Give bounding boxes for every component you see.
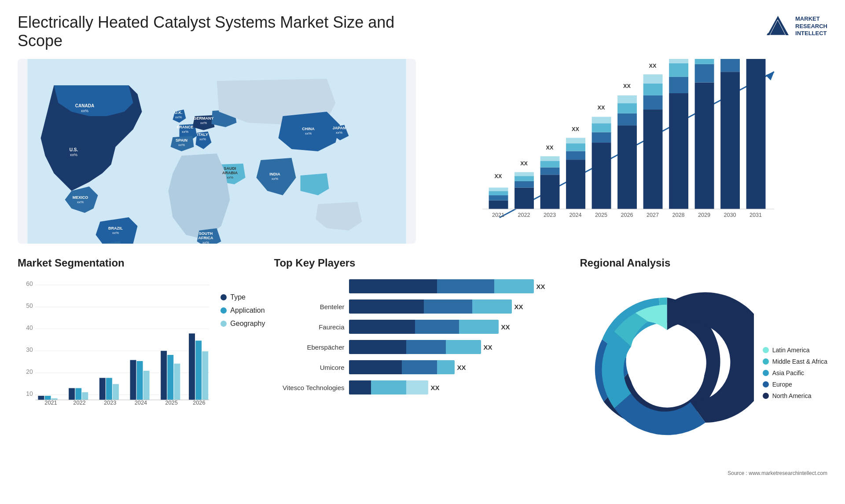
svg-rect-51	[540, 156, 560, 161]
svg-text:2024: 2024	[135, 399, 147, 406]
legend-latin-america: Latin America	[763, 347, 827, 354]
svg-text:GERMANY: GERMANY	[193, 116, 213, 121]
player-row-umicore: Umicore XX	[274, 359, 571, 376]
svg-text:2026: 2026	[621, 212, 633, 218]
svg-rect-66	[617, 95, 637, 103]
svg-rect-123	[82, 392, 88, 400]
legend-geography: Geography	[220, 320, 265, 328]
svg-rect-48	[540, 175, 560, 209]
player-value-eberspaher: XX	[484, 343, 492, 351]
player-row-benteler: Benteler XX	[274, 298, 571, 315]
svg-rect-130	[137, 361, 143, 400]
svg-rect-39	[489, 195, 508, 201]
svg-text:MEXICO: MEXICO	[73, 195, 88, 200]
svg-rect-75	[669, 63, 688, 77]
svg-text:xx%: xx%	[202, 241, 209, 244]
svg-text:XX: XX	[520, 161, 528, 167]
legend-dot-application	[220, 307, 227, 314]
svg-text:JAPAN: JAPAN	[333, 126, 346, 130]
svg-rect-55	[566, 143, 585, 151]
donut-chart	[580, 276, 754, 466]
svg-rect-41	[489, 188, 508, 191]
svg-rect-49	[540, 168, 560, 175]
svg-rect-134	[167, 355, 173, 400]
legend-europe: Europe	[763, 381, 827, 388]
svg-rect-76	[669, 59, 688, 63]
logo-icon	[764, 13, 791, 40]
svg-rect-88	[746, 59, 766, 209]
svg-rect-79	[695, 64, 714, 83]
logo-text: MARKET RESEARCH INTELLECT	[795, 15, 827, 38]
world-map-svg: CANADA xx% U.S. xx% MEXICO xx% BRAZIL xx…	[18, 59, 416, 244]
regional-wrapper: Latin America Middle East & Africa Asia …	[580, 276, 828, 466]
svg-rect-63	[617, 125, 637, 209]
svg-text:XX: XX	[572, 126, 579, 132]
legend-label-type: Type	[230, 293, 246, 301]
svg-rect-71	[643, 74, 663, 83]
seg-chart-svg: 60 50 40 30 20 10	[18, 276, 212, 420]
dot-north-america	[763, 393, 769, 399]
legend-label-application: Application	[230, 307, 265, 314]
svg-text:2029: 2029	[698, 212, 710, 218]
svg-text:2021: 2021	[492, 212, 504, 218]
svg-text:U.K.: U.K.	[175, 110, 183, 115]
svg-rect-84	[720, 59, 740, 72]
svg-text:2023: 2023	[104, 399, 116, 406]
svg-text:xx%: xx%	[70, 153, 77, 157]
market-segmentation: Market Segmentation 60 50 40 30 20 10	[18, 257, 265, 424]
player-bar-umicore: XX	[349, 360, 571, 374]
legend-middle-east: Middle East & Africa	[763, 358, 827, 365]
svg-rect-125	[99, 378, 106, 400]
svg-rect-78	[695, 83, 714, 209]
svg-rect-68	[643, 110, 663, 209]
svg-rect-61	[592, 117, 611, 124]
svg-text:ITALY: ITALY	[197, 132, 208, 137]
svg-text:xx%: xx%	[178, 143, 185, 147]
svg-rect-74	[669, 77, 688, 93]
svg-text:BRAZIL: BRAZIL	[108, 226, 123, 230]
svg-text:INDIA: INDIA	[269, 172, 280, 176]
label-europe: Europe	[772, 381, 792, 388]
svg-text:xx%: xx%	[272, 177, 278, 181]
player-name-benteler: Benteler	[274, 303, 345, 310]
label-asia-pacific: Asia Pacific	[772, 369, 804, 376]
player-row-eberspaher: Eberspächer XX	[274, 339, 571, 355]
svg-marker-0	[767, 15, 789, 35]
svg-rect-46	[514, 172, 534, 176]
player-value-umicore: XX	[457, 364, 466, 371]
svg-rect-83	[720, 72, 740, 209]
svg-rect-50	[540, 161, 560, 168]
player-bar-eberspaher: XX	[349, 340, 571, 354]
svg-text:2022: 2022	[518, 212, 530, 218]
svg-rect-53	[566, 160, 585, 209]
svg-rect-56	[566, 138, 585, 143]
svg-rect-139	[202, 351, 208, 400]
bar-chart-svg: XX XX XX XX	[429, 59, 827, 230]
svg-text:10: 10	[26, 390, 33, 397]
legend-north-america: North America	[763, 392, 827, 399]
svg-text:xx%: xx%	[81, 109, 88, 113]
svg-marker-37	[766, 72, 775, 80]
svg-rect-129	[130, 360, 136, 400]
svg-text:xx%: xx%	[182, 130, 188, 134]
player-row-faurecia: Faurecia XX	[274, 318, 571, 335]
svg-rect-64	[617, 113, 637, 125]
player-value-benteler: XX	[514, 303, 523, 310]
players-chart: XX Benteler XX Faurecia	[274, 276, 571, 396]
label-latin-america: Latin America	[772, 347, 810, 354]
svg-text:2026: 2026	[193, 399, 205, 406]
dot-middle-east	[763, 358, 769, 365]
player-row-0: XX	[274, 278, 571, 295]
svg-text:ARABIA: ARABIA	[222, 171, 238, 175]
bar-chart-container: XX XX XX XX	[429, 59, 827, 244]
legend-application: Application	[220, 307, 265, 314]
svg-rect-43	[514, 188, 534, 209]
svg-text:60: 60	[26, 280, 33, 287]
legend-asia-pacific: Asia Pacific	[763, 369, 827, 376]
svg-text:2021: 2021	[44, 399, 57, 406]
dot-latin-america	[763, 347, 769, 353]
dot-asia-pacific	[763, 370, 769, 376]
svg-text:xx%: xx%	[199, 137, 206, 141]
svg-text:FRANCE: FRANCE	[177, 125, 194, 129]
player-value-faurecia: XX	[501, 323, 510, 331]
